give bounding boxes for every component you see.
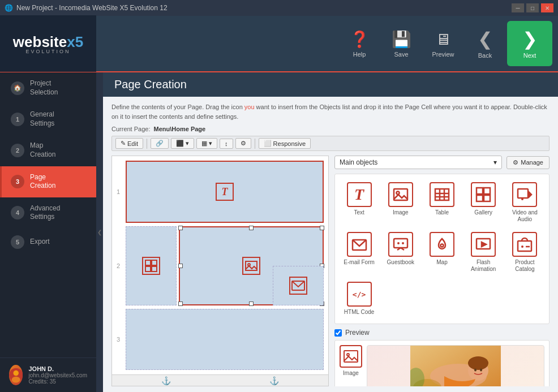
chevron-down-icon: ▾ — [493, 158, 497, 166]
next-button[interactable]: ❯ Next — [507, 21, 552, 66]
preview-image-display — [367, 345, 544, 386]
svg-point-43 — [480, 369, 482, 372]
svg-point-41 — [468, 356, 488, 370]
cell-2-3[interactable] — [273, 266, 324, 305]
sidebar-item-page-label: PageCreation — [30, 173, 55, 191]
cell-3-1[interactable] — [126, 309, 324, 370]
objects-header: Main objects ▾ ⚙ Manage — [334, 156, 550, 169]
move-button[interactable]: ↕ — [220, 139, 233, 149]
step1-num: 1 — [11, 113, 24, 126]
help-button[interactable]: ❓ Help — [340, 21, 379, 66]
svg-rect-17 — [477, 188, 483, 194]
content-header: Page Creation — [103, 72, 558, 97]
responsive-button[interactable]: ⬜ Responsive — [259, 138, 311, 149]
svg-rect-36 — [344, 351, 358, 362]
svg-rect-25 — [394, 239, 407, 248]
next-label: Next — [523, 52, 536, 59]
svg-rect-19 — [477, 195, 483, 201]
toolbar-sep2 — [255, 139, 255, 149]
svg-point-11 — [396, 192, 399, 195]
resize-handle-tl[interactable] — [178, 226, 183, 230]
image-label: Image — [393, 209, 409, 216]
resize-handle-bl[interactable] — [178, 301, 183, 306]
cell-2-1[interactable] — [126, 226, 177, 305]
grid-button[interactable]: ▦ ▾ — [196, 138, 217, 149]
obj-table[interactable]: Table — [422, 179, 461, 226]
row-num-2: 2 — [117, 226, 126, 305]
save-label: Save — [394, 51, 408, 58]
sidebar-item-general-label: GeneralSettings — [30, 110, 54, 128]
settings-button[interactable]: ⚙ — [235, 138, 251, 149]
page-title: Page Creation — [114, 78, 547, 91]
gallery-cell-icon — [142, 257, 160, 275]
logo: websitex5 EVOLUTION — [13, 33, 83, 54]
table-obj-icon — [430, 182, 454, 207]
resize-handle-l[interactable] — [178, 264, 183, 268]
maximize-button[interactable]: □ — [526, 3, 539, 12]
resize-handle-tr[interactable] — [320, 226, 324, 230]
close-button[interactable]: ✕ — [541, 3, 553, 12]
manage-icon: ⚙ — [513, 159, 518, 166]
video-label: Video and Audio — [508, 209, 542, 223]
toolbar-actions: ❓ Help 💾 Save 🖥 Preview ❮ Back ❯ Next — [340, 21, 552, 66]
sidebar-item-map[interactable]: 2 MapCreation — [0, 135, 96, 166]
obj-image[interactable]: Image — [381, 179, 420, 226]
guestbook-obj-icon — [388, 232, 413, 257]
edit-button[interactable]: ✎ Edit — [115, 138, 143, 149]
text-label: Text — [354, 209, 364, 216]
obj-html[interactable]: </> HTML Code — [340, 278, 379, 319]
email-obj-icon — [347, 232, 372, 257]
email-label: E-mail Form — [344, 259, 374, 266]
next-icon: ❯ — [522, 28, 538, 50]
preview-checkbox-label[interactable]: Preview — [334, 329, 550, 337]
cells-row-2 — [126, 226, 324, 305]
preview-button[interactable]: 🖥 Preview — [423, 21, 463, 66]
preview-area: Image — [334, 340, 550, 386]
svg-point-30 — [440, 244, 443, 247]
preview-checkbox[interactable] — [334, 329, 342, 337]
sidebar-collapse[interactable]: ❮ — [96, 72, 103, 392]
content-area: Page Creation Define the contents of you… — [103, 72, 558, 392]
minimize-button[interactable]: ─ — [512, 3, 524, 12]
back-button[interactable]: ❮ Back — [465, 21, 505, 66]
sidebar-item-export-label: Export — [30, 238, 50, 247]
user-info: JOHN D. john.d@websitex5.com Credits: 35 — [28, 365, 87, 385]
sidebar-item-general[interactable]: 1 GeneralSettings — [0, 104, 96, 135]
obj-email[interactable]: E-mail Form — [340, 229, 379, 276]
gallery-obj-icon — [471, 182, 496, 207]
obj-flash[interactable]: Flash Animation — [464, 229, 503, 276]
canvas-footer: ⚓ ⚓ — [112, 374, 328, 386]
row-2: 2 — [117, 226, 324, 305]
obj-gallery[interactable]: Gallery — [464, 179, 503, 226]
link-button[interactable]: 🔗 — [151, 138, 169, 149]
obj-video[interactable]: Video and Audio — [505, 179, 544, 226]
sidebar-item-page[interactable]: 3 PageCreation — [0, 166, 96, 197]
svg-rect-6 — [152, 266, 157, 272]
preview-image-item[interactable]: Image — [340, 345, 362, 377]
svg-rect-10 — [394, 189, 407, 200]
obj-product[interactable]: Product Catalog — [505, 229, 544, 276]
cell-1-1[interactable]: T — [126, 161, 324, 223]
save-button[interactable]: 💾 Save — [381, 21, 421, 66]
manage-button[interactable]: ⚙ Manage — [507, 156, 550, 169]
sidebar-item-advanced[interactable]: 4 AdvancedSettings — [0, 197, 96, 229]
back-icon: ❮ — [478, 28, 493, 50]
page-canvas: 1 T 2 — [111, 156, 329, 386]
step5-num: 5 — [11, 235, 24, 249]
highlight-you: you — [244, 104, 255, 110]
preview-icon: 🖥 — [435, 30, 451, 49]
sidebar-item-home[interactable]: 🏠 ProjectSelection — [0, 72, 96, 104]
resize-handle-b[interactable] — [249, 301, 254, 306]
anchor-icon-1: ⚓ — [161, 376, 171, 385]
objects-dropdown[interactable]: Main objects ▾ — [334, 156, 502, 169]
resize-handle-t[interactable] — [249, 226, 254, 230]
layout-button[interactable]: ⬛ ▾ — [171, 138, 194, 149]
preview-label: Preview — [432, 51, 454, 58]
obj-guestbook[interactable]: Guestbook — [381, 229, 420, 276]
flash-obj-icon — [471, 232, 496, 257]
guestbook-label: Guestbook — [387, 259, 414, 266]
obj-map[interactable]: Map — [422, 229, 461, 276]
image-cell-icon — [242, 257, 260, 275]
obj-text[interactable]: T Text — [340, 179, 379, 226]
sidebar-item-export[interactable]: 5 Export — [0, 229, 96, 256]
